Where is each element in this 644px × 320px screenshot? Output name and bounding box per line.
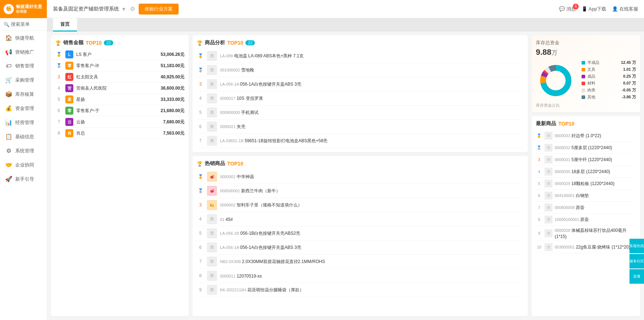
latest-img-7: 图 — [545, 204, 553, 212]
latest-info-8: 10000100001 原壶 — [555, 217, 636, 223]
hot-products-title: 热销商品 — [205, 160, 225, 167]
online-service-btn[interactable]: 👤 在线客服 — [612, 6, 638, 12]
donut-svg — [536, 61, 576, 100]
latest-row: 🥈 图 0000032 5厘多层 (1220*2440) — [536, 142, 636, 154]
legend-item-3: 成品 0.25 万 — [582, 74, 636, 79]
sidebar-item-inventory[interactable]: 📦 库存核算 — [0, 87, 47, 101]
sidebar-search-area[interactable]: 🔍 搜索菜单 — [0, 18, 47, 31]
product-img-7: 图 — [207, 136, 217, 146]
inventory-title: 库存总资金 — [536, 40, 636, 46]
product-info-3: LA-056-1A 056-1A白色按键开关盖ABS 3壳 — [220, 81, 523, 87]
hot-product-info-1: 0000001 中华神器 — [220, 174, 523, 180]
customer-row: 7 云 云扬 7,680.00元 — [55, 116, 184, 128]
top-products-sales-list: 🥇 图 LA-089 电池盖 LA-089 ABS本色+黑种 7.1克 🥈 图 … — [197, 49, 523, 148]
dropdown-icon[interactable]: ▼ — [121, 6, 126, 12]
latest-info-5: 0000029 18颗粒板 (1220*2440) — [555, 181, 636, 187]
top-products-sales-card: 🏆 商品分析 TOP10 22 🥇 图 LA-089 电池盖 LA-089 AB… — [192, 35, 528, 152]
search-menu-button[interactable]: 🔍 搜索菜单 — [4, 21, 43, 28]
product-code-4: 0000017 — [220, 96, 237, 100]
sidebar-item-operations[interactable]: 📊 经营管理 — [0, 115, 47, 130]
sidebar-item-label: 营销推广 — [15, 49, 34, 56]
product-info-1: LA-089 电池盖 LA-089 ABS本色+黑种 7.1克 — [220, 53, 523, 59]
customer-amount-3: 40,925.00元 — [161, 74, 184, 80]
product-img-5: 图 — [207, 107, 217, 118]
hot-product-img-9: 图 — [207, 285, 217, 295]
product-name-3: 056-1A白色按键开关盖ABS 3壳 — [240, 82, 301, 87]
customer-badge-3: 红 — [65, 73, 73, 81]
rank-5: 5 — [197, 110, 204, 115]
sidebar-item-system[interactable]: ⚙ 系统管理 — [0, 144, 47, 158]
rank-2: 🥈 — [197, 67, 204, 73]
latest-rank-7: 7 — [536, 205, 542, 210]
product-row: 🥇 图 LA-089 电池盖 LA-089 ABS本色+黑种 7.1克 — [197, 49, 523, 63]
sidebar-item-purchase[interactable]: 🛒 采购管理 — [0, 73, 47, 87]
hot-products-header: 🏆 热销商品 TOP10 — [197, 160, 523, 167]
sidebar-item-label: 经营管理 — [15, 119, 34, 126]
hot-product-info-8: 0000011 12070519-xs — [220, 273, 523, 279]
product-info-7: LA-59651-1B 59651-1B旋转投影灯电池盒ABS黑色+58壳 — [220, 138, 523, 144]
tab-home[interactable]: 首页 — [53, 18, 77, 32]
top-products-sales-header: 🏆 商品分析 TOP10 22 — [197, 40, 523, 46]
product-code-3: LA-056-1A — [220, 82, 240, 86]
customer-name-4: 苦南县人民医院 — [76, 85, 158, 91]
system-selector: 装备及固定资产辅助管理系统 ▼ — [53, 6, 126, 12]
system-icon: ⚙ — [5, 147, 12, 154]
floating-buttons: 客服热线 服务社区 直播 — [629, 239, 644, 284]
customer-row: 5 星 星扬 33,333.00元 — [55, 94, 184, 105]
product-row: 3 图 LA-056-1A 056-1A白色按键开关盖ABS 3壳 — [197, 77, 523, 91]
latest-row: 3 图 0000031 5厘中纤 (1220*2440) — [536, 154, 636, 166]
customer-row: 🥈 零 零售客户-许 51,183.00元 — [55, 60, 184, 71]
trial-button[interactable]: 体验行业方案 — [139, 4, 179, 15]
chart-area: 半成品 12.45 万 文具 1.01 万 成品 0.25 万 — [536, 60, 636, 101]
product-row: 7 图 LA-59651-1B 59651-1B旋转投影灯电池盒ABS黑色+58… — [197, 134, 523, 148]
sidebar-item-quick-nav[interactable]: 🏠 快捷导航 — [0, 31, 47, 45]
product-code-1: LA-089 — [220, 54, 234, 58]
inventory-unit: 万 — [551, 50, 557, 56]
customer-name-7: 云扬 — [76, 119, 160, 125]
legend-dot-4 — [582, 82, 585, 85]
app-download-btn[interactable]: 📱 App下载 — [582, 6, 606, 12]
sidebar-item-label: 资金管理 — [15, 105, 34, 112]
settings-icon[interactable]: ⚙ — [130, 5, 135, 12]
legend-dot-2 — [582, 68, 585, 71]
sidebar-item-marketing[interactable]: 📢 营销推广 — [0, 45, 47, 59]
floating-btn-service[interactable]: 客服热线 — [629, 239, 644, 253]
hot-product-row: 4 图 01 45# — [197, 212, 523, 226]
customer-badge-2: 零 — [65, 62, 73, 70]
hot-rank-8: 8 — [197, 273, 204, 278]
hot-product-info-9: KK-SD22110H 花语萌恒温分腿睡袋（厚款） — [220, 287, 523, 293]
legend-dot-1 — [582, 61, 585, 65]
latest-info-3: 0000031 5厘中纤 (1220*2440) — [555, 157, 636, 163]
sidebar-item-label: 系统管理 — [15, 148, 34, 154]
latest-img-4: 图 — [545, 168, 553, 176]
customer-row: 3 红 红太阳文具 40,925.00元 — [55, 71, 184, 83]
sidebar-item-sales[interactable]: 🏷 销售管理 — [0, 59, 47, 73]
customer-amount-1: 53,006.26元 — [161, 52, 184, 58]
rank-3: 3 — [197, 82, 204, 87]
product-name-2: 雪地靴 — [241, 67, 254, 73]
sidebar-item-basic-info[interactable]: 📋 基础信息 — [0, 130, 47, 144]
sidebar-item-guide[interactable]: 🚀 新手引导 — [0, 172, 47, 186]
rank-6: 6 — [197, 124, 204, 129]
floating-btn-community[interactable]: 服务社区 — [629, 254, 644, 268]
message-btn[interactable]: 💬 消息 6 — [559, 6, 576, 12]
sidebar-item-finance[interactable]: 💰 资金管理 — [0, 101, 47, 115]
search-icon: 🔍 — [4, 22, 9, 27]
rank-num-4: 4 — [55, 86, 62, 91]
customer-name-8: 肖总 — [76, 130, 160, 136]
top-customers-card: 🏆 销售金额 TOP10 22 🥇 L LS 客户 53,006.26元 🥈 — [51, 35, 189, 316]
product-code-2: 001000002 — [220, 68, 241, 72]
sidebar-item-cooperation[interactable]: 🤝 企业协同 — [0, 158, 47, 172]
panel-mid: 🏆 商品分析 TOP10 22 🥇 图 LA-089 电池盖 LA-089 AB… — [192, 35, 528, 316]
latest-products-title: 最新商品 — [536, 120, 556, 127]
customer-name-5: 星扬 — [76, 97, 158, 103]
customer-row: 4 苦 苦南县人民医院 36,600.00元 — [55, 83, 184, 94]
customer-name-1: LS 客户 — [76, 52, 158, 58]
top-products-sales-top10: TOP10 — [227, 40, 243, 46]
panel-left: 🏆 销售金额 TOP10 22 🥇 L LS 客户 53,006.26元 🥈 — [51, 35, 189, 316]
customer-badge-1: L — [65, 50, 73, 58]
floating-btn-live[interactable]: 直播 — [629, 269, 644, 284]
latest-rank-4: 4 — [536, 169, 542, 174]
hot-rank-1: 🥇 — [197, 174, 204, 179]
product-code-6: 0000021 — [220, 124, 237, 129]
